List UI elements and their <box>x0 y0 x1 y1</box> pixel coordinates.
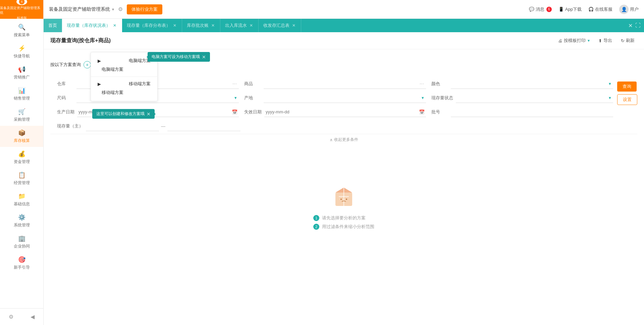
scheme-tooltip-close[interactable]: ✕ <box>202 54 206 60</box>
printer-icon: 🖨 <box>558 38 562 43</box>
sidebar-item-sales[interactable]: 📊 销售管理 <box>0 84 43 105</box>
app-download-btn[interactable]: 📱 App下载 <box>558 6 582 12</box>
filter-expire-date: 失效日期 📅 <box>244 107 426 117</box>
sidebar-item-search[interactable]: 🔍 搜索菜单 <box>0 20 43 41</box>
print-chevron-icon: ▾ <box>588 38 590 43</box>
sidebar-nav: 🔍 搜索菜单 ⚡ 快捷导航 📢 营销推广 📊 销售管理 🛒 采购管理 📦 库存核… <box>0 19 43 308</box>
mobile-arrow-icon: ▶ <box>98 82 101 87</box>
industry-btn[interactable]: 体验行业方案 <box>127 4 162 14</box>
goods-dots-icon[interactable]: ··· <box>420 81 424 87</box>
tab-collect-close[interactable]: ✕ <box>291 22 296 29</box>
sidebar-item-finance[interactable]: 💰 资金管理 <box>0 147 43 168</box>
sidebar-item-quick[interactable]: ⚡ 快捷导航 <box>0 41 43 62</box>
quick-icon: ⚡ <box>18 45 25 52</box>
online-support-btn[interactable]: 🎧 在线客服 <box>588 6 612 12</box>
sidebar-item-label-purchase: 采购管理 <box>14 117 30 122</box>
basic-icon: 📁 <box>18 193 25 200</box>
sidebar-item-inventory[interactable]: 📦 库存核算 <box>0 126 43 147</box>
settings-bottom-btn[interactable]: ⚙ <box>9 314 13 320</box>
add-scheme-btn[interactable]: + <box>84 61 91 68</box>
svg-point-7 <box>346 199 347 200</box>
system-name-text: 装备及固定资产辅助管理系统 <box>49 6 110 12</box>
tabs-bar: 首页 现存量（库存状况表） ✕ 现存量（库存分布表） ✕ 库存批次账 ✕ 出入库… <box>44 19 644 32</box>
collapse-bar: ∧ 收起更多条件 <box>50 134 637 145</box>
step-num-2: 2 <box>313 224 319 230</box>
message-btn[interactable]: 💬 消息 6 <box>529 6 552 12</box>
expire-date-label: 失效日期 <box>244 109 262 115</box>
topbar-settings-icon[interactable]: ⚙ <box>118 6 123 12</box>
tab-inventory-dist[interactable]: 现存量（库存分布表） ✕ <box>122 19 182 32</box>
tab-inventory-status[interactable]: 现存量（库存状况表） ✕ <box>62 19 122 32</box>
tab-inout-label: 出入库流水 <box>225 22 247 29</box>
edit-scheme-tooltip-close[interactable]: ✕ <box>147 111 151 117</box>
sidebar-item-guide[interactable]: 🎯 新手引导 <box>0 253 43 274</box>
tab-home[interactable]: 首页 <box>44 19 62 32</box>
sidebar-item-label-guide: 新手引导 <box>14 265 30 270</box>
collapse-conditions-btn[interactable]: ∧ 收起更多条件 <box>330 137 358 143</box>
sidebar-item-label-search: 搜索菜单 <box>14 32 30 38</box>
sales-icon: 📊 <box>18 87 25 94</box>
print-btn[interactable]: 🖨 按模板打印 ▾ <box>555 36 592 45</box>
user-btn[interactable]: 👤 用户 <box>619 5 639 14</box>
stock-main-to-input[interactable] <box>167 121 240 131</box>
tab-collect[interactable]: 收发存汇总表 ✕ <box>259 19 301 32</box>
stock-status-input-area[interactable]: ▾ <box>456 93 613 103</box>
tab-fullscreen-btn[interactable]: ⛶ <box>635 22 641 29</box>
goods-input-area[interactable]: ··· <box>264 79 426 89</box>
scheme-desktop-item[interactable]: ▶ 电脑端方案 <box>95 56 153 65</box>
sidebar-item-basic[interactable]: 📁 基础信息 <box>0 189 43 210</box>
app-logo: 6 装备及固定资产辅助管理系统 标准版 <box>0 0 43 19</box>
page-header: 现存量查询(按仓库+商品) 🖨 按模板打印 ▾ ⬆ 导出 ↻ 刷新 <box>44 32 644 49</box>
expire-date-input-area[interactable]: 📅 <box>264 107 426 117</box>
tab-batch-label: 库存批次账 <box>187 22 209 29</box>
sidebar-item-system[interactable]: ⚙️ 系统管理 <box>0 210 43 231</box>
tab-inout[interactable]: 出入库流水 ✕ <box>220 19 259 32</box>
collapse-sidebar-btn[interactable]: ◀ <box>31 314 35 320</box>
sidebar-bottom: ⚙ ◀ <box>0 308 43 325</box>
produce-date-label: 生产日期 <box>57 109 74 115</box>
sidebar-item-marketing[interactable]: 📢 营销推广 <box>0 62 43 84</box>
goods-label: 商品 <box>244 81 261 87</box>
color-input-area[interactable]: ▾ <box>451 79 613 89</box>
sidebar-item-management[interactable]: 📋 经营管理 <box>0 168 43 189</box>
tab-close-all-btn[interactable]: ✕ <box>628 22 633 29</box>
expire-date-calendar-icon[interactable]: 📅 <box>419 109 425 115</box>
inventory-icon: 📦 <box>18 129 25 137</box>
tab-inventory-status-close[interactable]: ✕ <box>112 22 117 29</box>
tab-batch-close[interactable]: ✕ <box>211 22 215 29</box>
tab-inout-close[interactable]: ✕ <box>249 22 254 29</box>
export-btn[interactable]: ⬆ 导出 <box>596 36 615 45</box>
reset-btn[interactable]: 设置 <box>617 94 637 105</box>
filter-row-4: 现存量（主） — <box>57 121 613 131</box>
search-btn[interactable]: 查询 <box>617 82 637 92</box>
produce-date-calendar-icon[interactable]: 📅 <box>232 109 237 115</box>
filter-action-btns: 查询 设置 <box>617 79 637 131</box>
sidebar-item-enterprise[interactable]: 🏢 企业协同 <box>0 231 43 253</box>
system-icon: ⚙️ <box>18 214 25 221</box>
batch-input[interactable] <box>451 107 613 117</box>
sidebar-item-label-sales: 销售管理 <box>14 96 30 101</box>
origin-input-area[interactable]: ▾ <box>264 93 426 103</box>
filter-stock-status: 现存量状态 ▾ <box>431 93 613 103</box>
stock-main-label: 现存量（主） <box>57 123 83 129</box>
empty-step-1-text: 请先选择要分析的方案 <box>322 215 366 221</box>
sidebar-item-purchase[interactable]: 🛒 采购管理 <box>0 105 43 126</box>
filter-stock-main: 现存量（主） — <box>57 121 240 131</box>
scheme-mobile-item[interactable]: ▶ 移动端方案 <box>95 79 153 88</box>
stock-main-from-input[interactable] <box>86 121 159 131</box>
tab-inventory-dist-close[interactable]: ✕ <box>172 22 177 29</box>
scheme-desktop-subitem[interactable]: 电脑端方案 <box>95 65 153 74</box>
expire-date-input[interactable] <box>266 109 418 114</box>
app-name-sidebar: 装备及固定资产辅助管理系统 <box>0 6 43 15</box>
avatar: 👤 <box>619 5 629 14</box>
search-icon: 🔍 <box>18 23 25 31</box>
sidebar-item-label-management: 经营管理 <box>14 180 30 186</box>
content-area: 现存量查询(按仓库+商品) 🖨 按模板打印 ▾ ⬆ 导出 ↻ 刷新 <box>44 32 644 325</box>
empty-state: 1 请先选择要分析的方案 2 用过滤条件来缩小分析范围 <box>44 151 644 250</box>
tab-batch[interactable]: 库存批次账 ✕ <box>182 19 220 32</box>
svg-text:6: 6 <box>21 0 22 3</box>
scheme-mobile-subitem[interactable]: 移动端方案 <box>95 88 153 97</box>
app-download-label: App下载 <box>565 6 582 12</box>
refresh-btn[interactable]: ↻ 刷新 <box>618 36 637 45</box>
warehouse-dots-icon[interactable]: ··· <box>232 81 237 87</box>
